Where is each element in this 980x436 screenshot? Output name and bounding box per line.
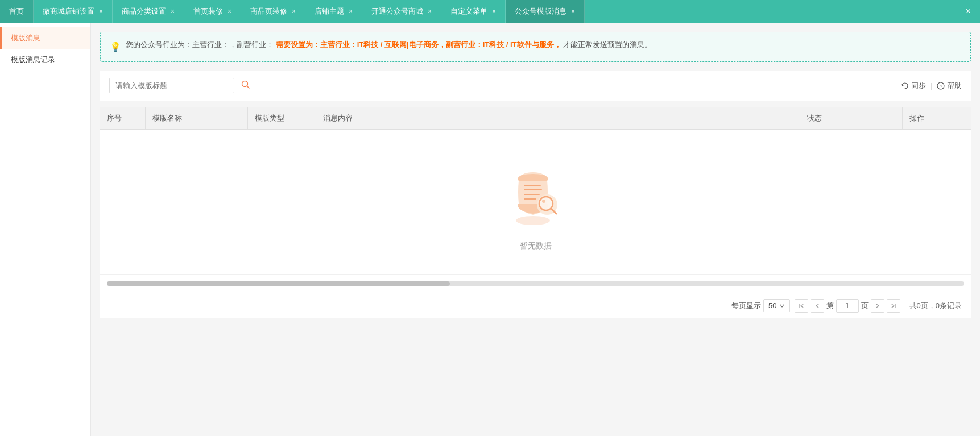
sidebar-item-template-msg[interactable]: 模版消息 bbox=[0, 27, 90, 49]
tab-custom-menu[interactable]: 自定义菜单 × bbox=[441, 0, 506, 23]
scrollbar-area bbox=[100, 274, 971, 293]
th-action: 操作 bbox=[903, 107, 971, 129]
page-navigation: 第 页 bbox=[795, 299, 900, 313]
tab-shop-theme-label: 店铺主题 bbox=[315, 6, 344, 16]
svg-text:?: ? bbox=[940, 84, 942, 89]
sync-button[interactable]: 同步 bbox=[901, 81, 926, 91]
page-total: 共0页，0条记录 bbox=[909, 301, 962, 311]
sidebar-item-template-record-label: 模版消息记录 bbox=[11, 55, 55, 64]
search-button[interactable] bbox=[239, 78, 253, 94]
search-left bbox=[109, 78, 253, 94]
tab-template-msg-close[interactable]: × bbox=[571, 7, 575, 15]
tab-open-mall-label: 开通公众号商城 bbox=[371, 6, 423, 16]
tab-shop-settings[interactable]: 微商城店铺设置 × bbox=[34, 0, 113, 23]
tab-open-mall[interactable]: 开通公众号商城 × bbox=[362, 0, 441, 23]
help-icon: ? bbox=[937, 82, 945, 90]
tab-shop-theme-close[interactable]: × bbox=[349, 7, 353, 15]
tab-home-decor-label: 首页装修 bbox=[193, 6, 223, 16]
search-bar: 同步 | ? 帮助 bbox=[100, 71, 971, 101]
tab-template-msg[interactable]: 公众号模版消息 × bbox=[506, 0, 585, 23]
svg-line-1 bbox=[247, 86, 250, 88]
next-page-button[interactable] bbox=[871, 299, 884, 313]
empty-text: 暂无数据 bbox=[520, 241, 552, 251]
help-button[interactable]: ? 帮助 bbox=[937, 81, 962, 91]
help-label: 帮助 bbox=[947, 81, 962, 91]
content-area: 💡 您的公众号行业为：主营行业：，副营行业： 需要设置为：主营行业：IT科技 /… bbox=[91, 23, 980, 436]
first-page-button[interactable] bbox=[795, 299, 808, 313]
last-page-icon bbox=[891, 303, 896, 309]
th-status: 状态 bbox=[800, 107, 903, 129]
pagination: 每页显示 50 bbox=[100, 293, 971, 318]
empty-state: 暂无数据 bbox=[100, 130, 971, 274]
scrollbar-thumb[interactable] bbox=[107, 281, 450, 286]
svg-point-12 bbox=[542, 200, 545, 203]
refresh-icon bbox=[901, 82, 909, 90]
tab-home[interactable]: 首页 bbox=[0, 0, 34, 23]
tab-template-msg-label: 公众号模版消息 bbox=[515, 6, 567, 16]
first-page-icon bbox=[799, 303, 804, 309]
main-layout: 模版消息 模版消息记录 💡 您的公众号行业为：主营行业：，副营行业： 需要设置为… bbox=[0, 23, 980, 436]
prev-page-button[interactable] bbox=[811, 299, 824, 313]
search-right: 同步 | ? 帮助 bbox=[901, 81, 962, 91]
page-size-selector: 每页显示 50 bbox=[731, 299, 789, 312]
sync-label: 同步 bbox=[911, 81, 926, 91]
sidebar: 模版消息 模版消息记录 bbox=[0, 23, 91, 436]
svg-point-4 bbox=[516, 216, 550, 225]
page-number-input[interactable] bbox=[836, 299, 859, 313]
tab-custom-menu-close[interactable]: × bbox=[492, 7, 496, 15]
tab-home-label: 首页 bbox=[9, 6, 24, 16]
page-label-after: 页 bbox=[861, 301, 869, 311]
page-size-dropdown[interactable]: 50 bbox=[763, 299, 789, 312]
notice-text-after: 才能正常发送预置的消息。 bbox=[563, 40, 652, 49]
page-size-value: 50 bbox=[768, 301, 776, 310]
next-page-icon bbox=[875, 303, 880, 309]
notice-text-highlight: 需要设置为：主营行业：IT科技 / 互联网|电子商务，副营行业：IT科技 / I… bbox=[276, 40, 561, 49]
tab-product-category[interactable]: 商品分类设置 × bbox=[113, 0, 184, 23]
tab-bar: 首页 微商城店铺设置 × 商品分类设置 × 首页装修 × 商品页装修 × 店铺主… bbox=[0, 0, 980, 23]
chevron-down-icon bbox=[779, 303, 785, 309]
tab-shop-settings-label: 微商城店铺设置 bbox=[43, 6, 94, 16]
divider: | bbox=[931, 81, 932, 90]
page-size-label: 每页显示 bbox=[731, 301, 761, 311]
tab-open-mall-close[interactable]: × bbox=[428, 7, 432, 15]
tab-home-decor[interactable]: 首页装修 × bbox=[184, 0, 241, 23]
th-index: 序号 bbox=[100, 107, 146, 129]
tab-product-decor[interactable]: 商品页装修 × bbox=[241, 0, 305, 23]
notice-text: 您的公众号行业为：主营行业：，副营行业： 需要设置为：主营行业：IT科技 / 互… bbox=[126, 39, 652, 51]
search-icon bbox=[241, 80, 250, 89]
table-header: 序号 模版名称 模版类型 消息内容 状态 操作 bbox=[100, 107, 971, 130]
sidebar-item-template-record[interactable]: 模版消息记录 bbox=[0, 49, 90, 70]
th-type: 模版类型 bbox=[248, 107, 316, 129]
notice-banner: 💡 您的公众号行业为：主营行业：，副营行业： 需要设置为：主营行业：IT科技 /… bbox=[100, 32, 971, 62]
tab-shop-settings-close[interactable]: × bbox=[99, 7, 103, 15]
horizontal-scrollbar[interactable] bbox=[107, 281, 964, 286]
tab-product-decor-close[interactable]: × bbox=[292, 7, 296, 15]
notice-text-before: 您的公众号行业为：主营行业：，副营行业： bbox=[126, 40, 274, 49]
tab-shop-theme[interactable]: 店铺主题 × bbox=[305, 0, 362, 23]
tab-custom-menu-label: 自定义菜单 bbox=[450, 6, 487, 16]
tab-product-category-close[interactable]: × bbox=[171, 7, 175, 15]
tab-product-category-label: 商品分类设置 bbox=[122, 6, 166, 16]
empty-illustration bbox=[502, 164, 570, 232]
table-wrapper: 序号 模版名称 模版类型 消息内容 状态 操作 bbox=[100, 107, 971, 318]
tab-product-decor-label: 商品页装修 bbox=[250, 6, 287, 16]
tab-home-decor-close[interactable]: × bbox=[228, 7, 231, 15]
prev-page-icon bbox=[814, 303, 820, 309]
search-input[interactable] bbox=[109, 78, 234, 93]
tab-bar-close-all[interactable]: × bbox=[957, 0, 980, 23]
notice-icon: 💡 bbox=[110, 40, 121, 55]
th-name: 模版名称 bbox=[146, 107, 248, 129]
last-page-button[interactable] bbox=[887, 299, 900, 313]
page-label-before: 第 bbox=[826, 301, 834, 311]
sidebar-item-template-msg-label: 模版消息 bbox=[11, 34, 40, 42]
th-content: 消息内容 bbox=[316, 107, 800, 129]
